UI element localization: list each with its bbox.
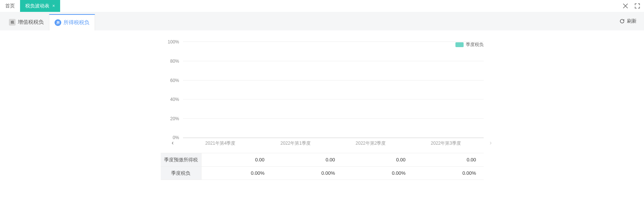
y-tick-60: 60% <box>163 78 179 83</box>
row-header-rate: 季度税负 <box>161 167 202 180</box>
refresh-button[interactable]: 刷新 <box>620 18 637 24</box>
refresh-label: 刷新 <box>627 18 637 24</box>
cell: 0.00 <box>413 153 484 166</box>
x-tick-3: 2022年第3季度 <box>408 138 484 149</box>
content-area: 季度税负 100% 80% 60% 40% 20% 0% ‹ 2021年第4季度… <box>0 30 644 191</box>
window-controls <box>622 0 641 12</box>
y-tick-100: 100% <box>163 39 179 45</box>
x-axis: ‹ 2021年第4季度 2022年第1季度 2022年第2季度 2022年第3季… <box>183 138 484 149</box>
tab-tax-fluctuation-label: 税负波动表 <box>25 3 49 9</box>
row-header-prepaid: 季度预缴所得税 <box>161 153 202 166</box>
refresh-icon <box>620 19 625 24</box>
tab-home-label: 首页 <box>5 3 15 9</box>
table-row: 季度预缴所得税 0.00 0.00 0.00 0.00 <box>161 153 484 167</box>
cell: 0.00% <box>272 167 343 180</box>
top-tab-bar: 首页 税负波动表 × <box>0 0 644 12</box>
cell: 0.00 <box>343 153 413 166</box>
vat-icon: 税 <box>9 19 16 26</box>
fullscreen-icon[interactable] <box>634 2 641 10</box>
table-row: 季度税负 0.00% 0.00% 0.00% 0.00% <box>161 167 484 180</box>
tab-tax-fluctuation[interactable]: 税负波动表 × <box>20 0 60 12</box>
tab-income-tax-label: 所得税税负 <box>63 19 89 26</box>
data-table: 季度预缴所得税 0.00 0.00 0.00 0.00 季度税负 0.00% 0… <box>161 153 484 180</box>
close-icon[interactable]: × <box>52 3 55 9</box>
y-tick-20: 20% <box>163 116 179 121</box>
x-tick-0: 2021年第4季度 <box>183 138 258 149</box>
close-window-icon[interactable] <box>622 2 629 10</box>
cell: 0.00 <box>202 153 272 166</box>
y-tick-40: 40% <box>163 97 179 102</box>
x-tick-2: 2022年第2季度 <box>333 138 409 149</box>
tab-vat-label: 增值税税负 <box>18 19 44 26</box>
cell: 0.00 <box>272 153 343 166</box>
chevron-right-icon[interactable]: › <box>490 139 491 146</box>
chart-container: 季度税负 100% 80% 60% 40% 20% 0% ‹ 2021年第4季度… <box>161 42 484 180</box>
y-tick-0: 0% <box>163 135 179 140</box>
cell: 0.00% <box>202 167 272 180</box>
sub-tab-bar: 税 增值税税负 所 所得税税负 刷新 <box>0 12 644 30</box>
sub-tabs: 税 增值税税负 所 所得税税负 <box>4 12 95 30</box>
tab-income-tax[interactable]: 所 所得税税负 <box>49 14 95 30</box>
tab-vat[interactable]: 税 增值税税负 <box>4 14 49 30</box>
chevron-left-icon[interactable]: ‹ <box>172 139 174 146</box>
chart-plot: 100% 80% 60% 40% 20% 0% <box>183 42 484 138</box>
y-tick-80: 80% <box>163 59 179 64</box>
x-tick-1: 2022年第1季度 <box>258 138 333 149</box>
income-icon: 所 <box>55 19 61 26</box>
cell: 0.00% <box>343 167 413 180</box>
tab-home[interactable]: 首页 <box>0 0 20 12</box>
cell: 0.00% <box>413 167 484 180</box>
